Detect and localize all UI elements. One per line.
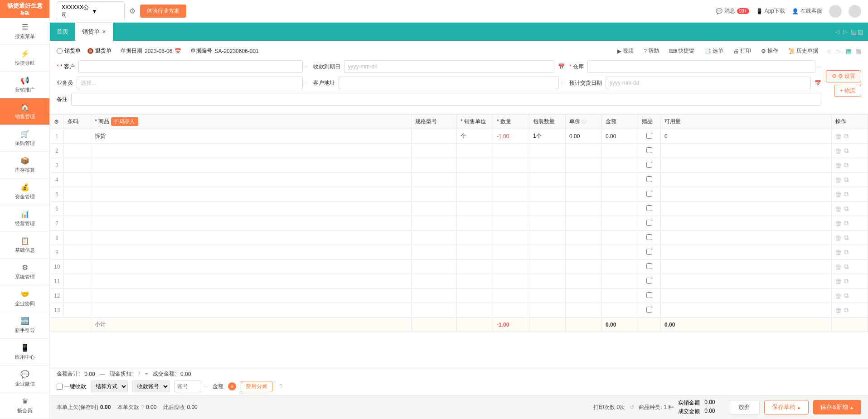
row-gift-10[interactable] bbox=[638, 260, 661, 274]
row-pack-qty-4[interactable] bbox=[529, 173, 566, 187]
row-product-9[interactable] bbox=[91, 245, 412, 260]
row-qty-13[interactable] bbox=[493, 303, 529, 318]
discount-help-icon[interactable]: ? bbox=[137, 371, 141, 377]
row-product-11[interactable] bbox=[91, 274, 412, 289]
row-amount-12[interactable] bbox=[602, 289, 638, 303]
row-copy-icon-3[interactable]: ⧉ bbox=[844, 161, 849, 169]
row-delete-icon-6[interactable]: 🗑 bbox=[835, 205, 842, 212]
row-barcode-8[interactable] bbox=[64, 231, 91, 245]
toolbar-shortcut[interactable]: ⌨ 快捷键 bbox=[666, 45, 698, 57]
row-spec-13[interactable] bbox=[412, 303, 457, 318]
toolbar-grid-view[interactable]: ▦ bbox=[855, 48, 861, 55]
row-copy-icon-13[interactable]: ⧉ bbox=[844, 306, 849, 314]
row-unit-price-5[interactable] bbox=[566, 187, 602, 202]
row-unit-price-12[interactable] bbox=[566, 289, 602, 303]
radio-return[interactable]: 退货单 bbox=[87, 47, 112, 55]
table-settings-icon[interactable]: ⚙ bbox=[54, 119, 59, 125]
row-unit-10[interactable] bbox=[457, 260, 493, 274]
row-unit-price-6[interactable] bbox=[566, 202, 602, 216]
row-unit-13[interactable] bbox=[457, 303, 493, 318]
sidebar-item-search[interactable]: ☰ 搜索菜单 bbox=[0, 18, 49, 45]
row-delete-icon-8[interactable]: 🗑 bbox=[835, 234, 842, 241]
app-download-button[interactable]: 📱 App下载 bbox=[756, 7, 785, 15]
refresh-icon[interactable]: ↺ bbox=[630, 404, 634, 410]
row-spec-9[interactable] bbox=[412, 245, 457, 260]
row-qty-10[interactable] bbox=[493, 260, 529, 274]
row-unit-price-7[interactable] bbox=[566, 216, 602, 231]
toolbar-choose[interactable]: 📑 选单 bbox=[701, 45, 727, 57]
row-copy-icon-6[interactable]: ⧉ bbox=[844, 205, 849, 212]
salesperson-input[interactable] bbox=[77, 77, 303, 89]
row-copy-icon-5[interactable]: ⧉ bbox=[844, 190, 849, 198]
row-gift-1[interactable] bbox=[638, 129, 661, 144]
sidebar-item-inventory[interactable]: 📦 库存核算 bbox=[0, 152, 49, 178]
header-settings-icon[interactable]: ⚙ bbox=[129, 7, 136, 15]
row-unit-price-9[interactable] bbox=[566, 245, 602, 260]
row-pack-qty-6[interactable] bbox=[529, 202, 566, 216]
row-copy-icon-4[interactable]: ⧉ bbox=[844, 176, 849, 183]
row-copy-icon-7[interactable]: ⧉ bbox=[844, 219, 849, 227]
row-copy-icon-1[interactable]: ⧉ bbox=[844, 132, 849, 140]
row-pack-qty-2[interactable] bbox=[529, 144, 566, 158]
row-pack-qty-7[interactable] bbox=[529, 216, 566, 231]
row-product-5[interactable] bbox=[91, 187, 412, 202]
row-product-10[interactable] bbox=[91, 260, 412, 274]
account-more-icon[interactable]: ··· bbox=[204, 383, 208, 390]
sidebar-item-basic-info[interactable]: 📋 基础信息 bbox=[0, 232, 49, 259]
row-product-8[interactable] bbox=[91, 231, 412, 245]
sidebar-item-purchase[interactable]: 🛒 采购管理 bbox=[0, 125, 49, 152]
row-barcode-13[interactable] bbox=[64, 303, 91, 318]
row-qty-11[interactable] bbox=[493, 274, 529, 289]
account-input[interactable] bbox=[174, 380, 201, 392]
row-qty-3[interactable] bbox=[493, 158, 529, 173]
row-spec-5[interactable] bbox=[412, 187, 457, 202]
fee-distribute-button[interactable]: 费用分摊 bbox=[241, 381, 272, 392]
row-qty-7[interactable] bbox=[493, 216, 529, 231]
row-gift-3[interactable] bbox=[638, 158, 661, 173]
row-barcode-10[interactable] bbox=[64, 260, 91, 274]
row-gift-2[interactable] bbox=[638, 144, 661, 158]
sidebar-item-marketing[interactable]: 📢 营销推广 bbox=[0, 72, 49, 98]
toolbar-operate[interactable]: ⚙ 操作 bbox=[758, 45, 781, 57]
note-input[interactable] bbox=[71, 93, 821, 106]
row-unit-price-11[interactable] bbox=[566, 274, 602, 289]
settings-button[interactable]: ⚙ ⚙ 设置 bbox=[826, 70, 861, 82]
row-pack-qty-13[interactable] bbox=[529, 303, 566, 318]
row-amount-5[interactable] bbox=[602, 187, 638, 202]
row-pack-qty-1[interactable]: 1个 bbox=[529, 129, 566, 144]
customer-more-icon[interactable]: ··· bbox=[304, 63, 309, 70]
row-product-6[interactable] bbox=[91, 202, 412, 216]
row-product-3[interactable] bbox=[91, 158, 412, 173]
one-click-pay-input[interactable] bbox=[57, 384, 63, 390]
row-unit-6[interactable] bbox=[457, 202, 493, 216]
row-spec-12[interactable] bbox=[412, 289, 457, 303]
account-select[interactable]: 收款账号 bbox=[132, 380, 170, 392]
row-qty-2[interactable] bbox=[493, 144, 529, 158]
radio-sale-input[interactable] bbox=[57, 48, 63, 54]
row-unit-2[interactable] bbox=[457, 144, 493, 158]
row-pack-qty-5[interactable] bbox=[529, 187, 566, 202]
row-copy-icon-10[interactable]: ⧉ bbox=[844, 263, 849, 270]
row-barcode-5[interactable] bbox=[64, 187, 91, 202]
row-pack-qty-8[interactable] bbox=[529, 231, 566, 245]
row-unit-price-10[interactable] bbox=[566, 260, 602, 274]
row-amount-6[interactable] bbox=[602, 202, 638, 216]
row-product-4[interactable] bbox=[91, 173, 412, 187]
row-unit-9[interactable] bbox=[457, 245, 493, 260]
row-unit-8[interactable] bbox=[457, 231, 493, 245]
row-unit-5[interactable] bbox=[457, 187, 493, 202]
trial-button[interactable]: 体验行业方案 bbox=[140, 5, 186, 18]
toolbar-video[interactable]: ▶ 视频 bbox=[614, 45, 637, 57]
row-delete-icon-5[interactable]: 🗑 bbox=[835, 191, 842, 198]
total-owed-help-icon[interactable]: ? bbox=[141, 404, 144, 410]
row-barcode-4[interactable] bbox=[64, 173, 91, 187]
row-copy-icon-11[interactable]: ⧉ bbox=[844, 277, 849, 285]
row-amount-7[interactable] bbox=[602, 216, 638, 231]
add-payment-button[interactable]: + bbox=[228, 382, 236, 390]
row-spec-4[interactable] bbox=[412, 173, 457, 187]
row-barcode-2[interactable] bbox=[64, 144, 91, 158]
row-unit-price-1[interactable]: 0.00 bbox=[566, 129, 602, 144]
row-delete-icon-11[interactable]: 🗑 bbox=[835, 278, 842, 285]
due-date-calendar-icon[interactable]: 📅 bbox=[558, 63, 565, 70]
row-unit-1[interactable]: 个 bbox=[457, 129, 493, 144]
